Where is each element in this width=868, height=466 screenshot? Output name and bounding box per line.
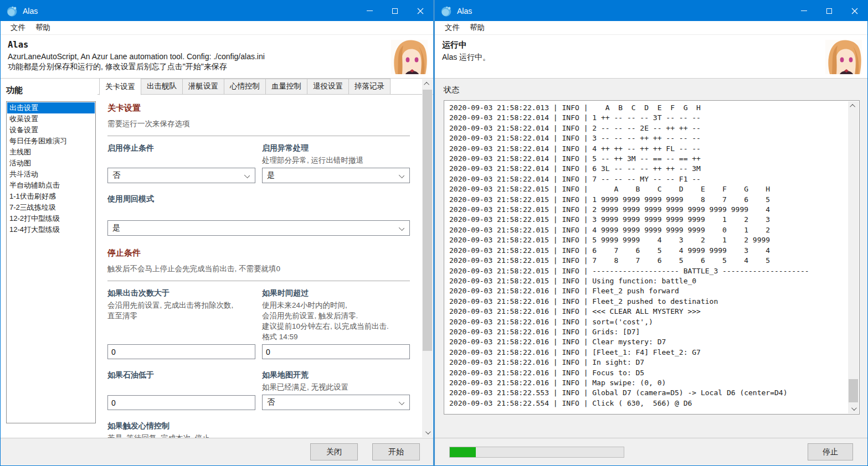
loop-mode-select[interactable]: 是 bbox=[107, 220, 410, 236]
header-texts: Alas AzurLaneAutoScript, An Azur Lane au… bbox=[8, 40, 391, 75]
menu-item[interactable]: 帮助 bbox=[30, 23, 55, 33]
menu-item[interactable]: 文件 bbox=[6, 23, 30, 33]
scroll-down-button[interactable] bbox=[848, 404, 859, 413]
menubar: 文件帮助 bbox=[1, 21, 433, 35]
field-label: 使用周回模式 bbox=[107, 194, 410, 204]
tab[interactable]: 潜艇设置 bbox=[182, 79, 224, 95]
settings-footer: 关闭 开始 bbox=[1, 438, 433, 465]
close-icon bbox=[851, 8, 858, 14]
titlebar[interactable]: Alas bbox=[435, 1, 867, 21]
log-line: 2020-09-03 21:58:22.016 | INFO | In sigh… bbox=[449, 358, 845, 367]
log-line: 2020-09-03 21:58:22.014 | INFO | 5 -- ++… bbox=[449, 154, 845, 164]
maximize-button[interactable] bbox=[816, 1, 842, 21]
function-list-item[interactable]: 12-2打中型练级 bbox=[7, 213, 95, 224]
function-list: 出击设置收菜设置设备设置每日任务困难演习主线图活动图共斗活动半自动辅助点击1-1… bbox=[6, 101, 96, 423]
minimize-icon bbox=[367, 11, 373, 11]
log-scrollbar[interactable] bbox=[848, 101, 859, 413]
start-button[interactable]: 开始 bbox=[372, 443, 420, 460]
close-config-button[interactable]: 关闭 bbox=[310, 443, 358, 460]
function-list-item[interactable]: 12-4打大型练级 bbox=[7, 224, 95, 235]
minimize-button[interactable] bbox=[357, 1, 382, 21]
close-button[interactable] bbox=[408, 1, 433, 21]
field-desc: 若是, 等待回复, 完成本次, 停止 bbox=[107, 433, 410, 438]
tab[interactable]: 退役设置 bbox=[307, 79, 349, 95]
scroll-up-button[interactable] bbox=[422, 79, 433, 89]
run-header: 运行中 Alas 运行中。 bbox=[435, 35, 867, 79]
avatar bbox=[391, 40, 428, 74]
field-enable-exception: 启用异常处理 处理部分异常, 运行出错时撤退 是 bbox=[262, 143, 410, 183]
field-desc: 使用未来24小时内的时间, 会沿用先前设置, 触发后清零. 建议提前10分钟左右… bbox=[262, 300, 410, 342]
minimize-button[interactable] bbox=[791, 1, 816, 21]
chevron-down-icon bbox=[425, 429, 431, 434]
function-list-item[interactable]: 1-1伏击刷好感 bbox=[7, 191, 95, 202]
header-texts: 运行中 Alas 运行中。 bbox=[442, 40, 825, 75]
menu-item[interactable]: 文件 bbox=[440, 23, 465, 33]
log-line: 2020-09-03 21:58:22.014 | INFO | 3 -- --… bbox=[449, 133, 845, 143]
stop-button[interactable]: 停止 bbox=[808, 443, 853, 460]
window-title: Alas bbox=[457, 7, 472, 15]
if-count-input[interactable] bbox=[107, 344, 255, 359]
log-line: 2020-09-03 21:58:22.014 | INFO | 6 3L --… bbox=[449, 164, 845, 174]
log-line: 2020-09-03 21:58:22.015 | INFO | 1 9999 … bbox=[449, 195, 845, 205]
if-oil-input[interactable] bbox=[107, 395, 255, 410]
tab[interactable]: 关卡设置 bbox=[99, 78, 141, 95]
if-map-select[interactable]: 否 bbox=[262, 395, 410, 410]
function-list-item[interactable]: 7-2三战拣垃圾 bbox=[7, 202, 95, 213]
function-list-item[interactable]: 共斗活动 bbox=[7, 169, 95, 180]
menu-item[interactable]: 帮助 bbox=[465, 23, 490, 33]
function-list-item[interactable]: 每日任务困难演习 bbox=[7, 136, 95, 147]
function-list-item[interactable]: 设备设置 bbox=[7, 125, 95, 136]
scroll-up-button[interactable] bbox=[848, 101, 859, 111]
divider bbox=[107, 136, 410, 136]
content-scrollbar[interactable] bbox=[422, 79, 433, 437]
app-header: Alas AzurLaneAutoScript, An Azur Lane au… bbox=[1, 35, 433, 79]
log-line: 2020-09-03 21:58:22.553 | INFO | Global … bbox=[449, 388, 845, 398]
menubar: 文件帮助 bbox=[435, 21, 867, 35]
maximize-icon bbox=[392, 8, 398, 14]
app-subtitle: AzurLaneAutoScript, An Azur Lane automat… bbox=[8, 52, 391, 61]
scrollbar-thumb[interactable] bbox=[423, 90, 432, 351]
log-output[interactable]: 2020-09-03 21:58:22.013 | INFO | A B C D… bbox=[444, 100, 860, 415]
log-line: 2020-09-03 21:58:22.016 | INFO | Fleet_2… bbox=[449, 297, 845, 307]
tab[interactable]: 心情控制 bbox=[224, 79, 266, 95]
tab[interactable]: 血量控制 bbox=[265, 79, 307, 95]
section-desc-stop: 触发后不会马上停止会先完成当前出击, 不需要就填0 bbox=[107, 264, 410, 274]
titlebar[interactable]: Alas bbox=[1, 1, 433, 21]
chevron-down-icon bbox=[399, 400, 404, 405]
log-line: 2020-09-03 21:58:22.016 | INFO | <<< CLE… bbox=[449, 307, 845, 317]
log-line: 2020-09-03 21:58:22.015 | INFO | 2 9999 … bbox=[449, 205, 845, 215]
section-title-stage: 关卡设置 bbox=[107, 103, 410, 113]
function-list-item[interactable]: 半自动辅助点击 bbox=[7, 180, 95, 191]
field-label: 如果地图开荒 bbox=[262, 370, 410, 380]
if-time-input[interactable] bbox=[262, 344, 410, 359]
select-value: 是 bbox=[267, 170, 275, 180]
settings-main: 关卡设置出击舰队潜艇设置心情控制血量控制退役设置掉落记录 关卡设置 需要运行一次… bbox=[97, 79, 433, 438]
function-list-item[interactable]: 主线图 bbox=[7, 147, 95, 158]
scrollbar-thumb[interactable] bbox=[849, 379, 858, 402]
log-line: 2020-09-03 21:58:22.554 | INFO | Click (… bbox=[449, 398, 845, 408]
tab[interactable]: 掉落记录 bbox=[348, 79, 391, 95]
scroll-down-button[interactable] bbox=[422, 428, 433, 437]
function-sidebar: 功能 出击设置收菜设置设备设置每日任务困难演习主线图活动图共斗活动半自动辅助点击… bbox=[1, 79, 97, 438]
form-row-3: 如果石油低于 如果地图开荒 如果已经满足, 无视此设置 否 bbox=[107, 370, 410, 410]
chevron-down-icon bbox=[399, 173, 404, 178]
function-list-item[interactable]: 活动图 bbox=[7, 158, 95, 169]
enable-stop-select[interactable]: 否 bbox=[107, 168, 255, 183]
log-line: 2020-09-03 21:58:22.015 | INFO | 3 9999 … bbox=[449, 215, 845, 225]
log-line: 2020-09-03 21:58:22.014 | INFO | 1 ++ --… bbox=[449, 113, 845, 123]
field-label: 如果出击次数大于 bbox=[107, 288, 255, 298]
field-if-oil: 如果石油低于 bbox=[107, 370, 255, 410]
tab[interactable]: 出击舰队 bbox=[141, 79, 183, 95]
maximize-button[interactable] bbox=[382, 1, 408, 21]
log-lines: 2020-09-03 21:58:22.013 | INFO | A B C D… bbox=[449, 103, 845, 408]
field-loop-mode: 使用周回模式 是 bbox=[107, 194, 410, 236]
close-button[interactable] bbox=[842, 1, 867, 21]
enable-exception-select[interactable]: 是 bbox=[262, 168, 410, 183]
close-icon bbox=[417, 8, 424, 14]
log-line: 2020-09-03 21:58:22.016 | INFO | [Fleet_… bbox=[449, 348, 845, 358]
field-desc: 处理部分异常, 运行出错时撤退 bbox=[262, 155, 410, 165]
function-list-item[interactable]: 收菜设置 bbox=[7, 113, 95, 125]
select-value: 是 bbox=[112, 223, 120, 233]
function-list-item[interactable]: 出击设置 bbox=[7, 102, 95, 113]
log-line: 2020-09-03 21:58:22.016 | INFO | sort=('… bbox=[449, 317, 845, 327]
